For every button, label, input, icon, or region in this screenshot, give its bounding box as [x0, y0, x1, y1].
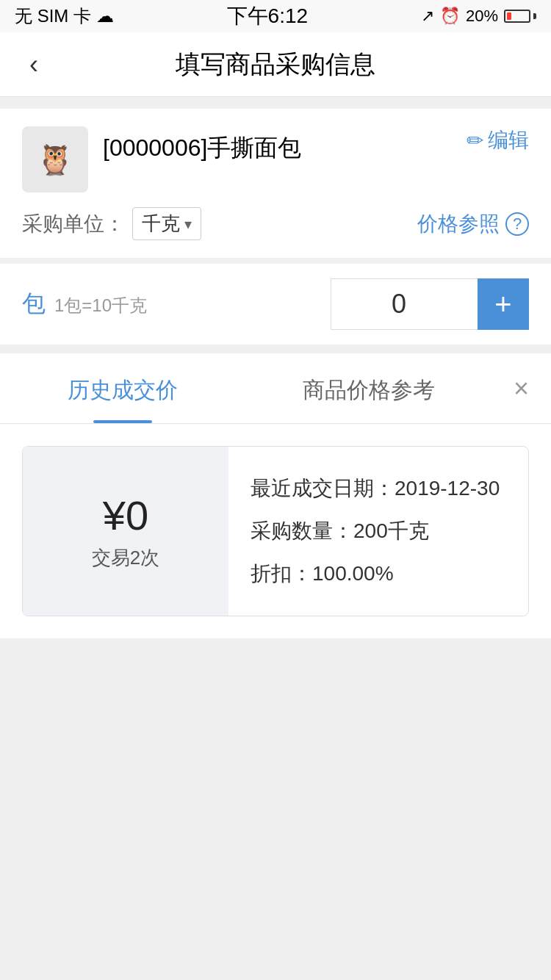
product-header: 🦉 [0000006]手撕面包 ✏ 编辑	[22, 126, 529, 192]
dropdown-arrow-icon: ▾	[184, 215, 192, 233]
help-label: ?	[513, 215, 522, 234]
purchase-qty-row: 采购数量：200千克	[251, 516, 506, 547]
recent-date-row: 最近成交日期：2019-12-30	[251, 473, 506, 504]
price-amount: ¥0	[103, 491, 148, 539]
qty-plus-button[interactable]: +	[478, 278, 529, 330]
tab-history-price[interactable]: 历史成交价	[0, 353, 245, 423]
qty-input[interactable]	[331, 278, 478, 330]
recent-date-label: 最近成交日期：	[251, 477, 395, 500]
edit-button[interactable]: ✏ 编辑	[467, 126, 529, 154]
unit-value: 千克	[142, 211, 180, 237]
purchase-qty-value: 200千克	[353, 519, 429, 542]
price-cards: ¥0 交易2次 最近成交日期：2019-12-30 采购数量：200千克 折扣：…	[0, 424, 551, 638]
nav-bar: ‹ 填写商品采购信息	[0, 32, 551, 97]
price-ref-button[interactable]: 价格参照 ?	[417, 210, 529, 238]
product-thumb-icon: 🦉	[37, 143, 73, 177]
edit-label: 编辑	[488, 126, 529, 154]
discount-value: 100.00%	[312, 562, 394, 585]
qty-unit: 包	[22, 288, 46, 320]
page-title: 填写商品采购信息	[176, 48, 375, 82]
discount-label: 折扣：	[251, 562, 312, 585]
tabs-panel: 历史成交价 商品价格参考 × ¥0 交易2次 最近成交日期：2019-12-30…	[0, 353, 551, 638]
price-right: 最近成交日期：2019-12-30 采购数量：200千克 折扣：100.00%	[228, 447, 528, 616]
product-thumbnail: 🦉	[22, 126, 88, 192]
qty-label: 包 1包=10千克	[22, 288, 147, 320]
tab-price-ref[interactable]: 商品价格参考	[245, 353, 491, 423]
qty-input-group: +	[331, 278, 529, 330]
quantity-row: 包 1包=10千克 +	[0, 264, 551, 345]
price-ref-label: 价格参照	[417, 210, 500, 238]
help-icon: ?	[505, 212, 529, 236]
sim-label: 无 SIM 卡 ☁	[15, 4, 114, 28]
panel-divider	[0, 345, 551, 353]
edit-icon: ✏	[467, 129, 483, 153]
purchase-qty-label: 采购数量：	[251, 519, 353, 542]
tab-history-price-label: 历史成交价	[68, 378, 178, 402]
price-left: ¥0 交易2次	[23, 447, 228, 616]
status-left: 无 SIM 卡 ☁	[15, 4, 114, 28]
recent-date-value: 2019-12-30	[395, 477, 500, 500]
product-name: [0000006]手撕面包	[103, 132, 301, 165]
status-time: 下午6:12	[227, 2, 309, 30]
battery-icon	[504, 10, 536, 23]
qty-conversion: 1包=10千克	[54, 294, 147, 317]
product-info: 🦉 [0000006]手撕面包	[22, 126, 301, 192]
status-bar: 无 SIM 卡 ☁ 下午6:12 ↗ ⏰ 20%	[0, 0, 551, 32]
main-content	[0, 638, 551, 980]
discount-row: 折扣：100.00%	[251, 558, 506, 589]
alarm-icon: ⏰	[440, 7, 460, 26]
tab-price-ref-label: 商品价格参考	[303, 378, 435, 402]
divider-1	[0, 258, 551, 264]
status-right: ↗ ⏰ 20%	[421, 7, 536, 26]
tabs-header: 历史成交价 商品价格参考 ×	[0, 353, 551, 424]
price-count: 交易2次	[92, 545, 159, 571]
product-card: 🦉 [0000006]手撕面包 ✏ 编辑 采购单位： 千克 ▾ 价格参照 ?	[0, 109, 551, 258]
battery-percent: 20%	[466, 7, 498, 26]
price-card: ¥0 交易2次 最近成交日期：2019-12-30 采购数量：200千克 折扣：…	[22, 446, 529, 616]
back-button[interactable]: ‹	[22, 42, 46, 87]
purchase-unit-label: 采购单位：	[22, 210, 125, 238]
tab-close-button[interactable]: ×	[491, 359, 551, 419]
purchase-row: 采购单位： 千克 ▾ 价格参照 ?	[22, 207, 529, 240]
unit-select[interactable]: 千克 ▾	[132, 207, 201, 240]
location-icon: ↗	[421, 7, 434, 26]
